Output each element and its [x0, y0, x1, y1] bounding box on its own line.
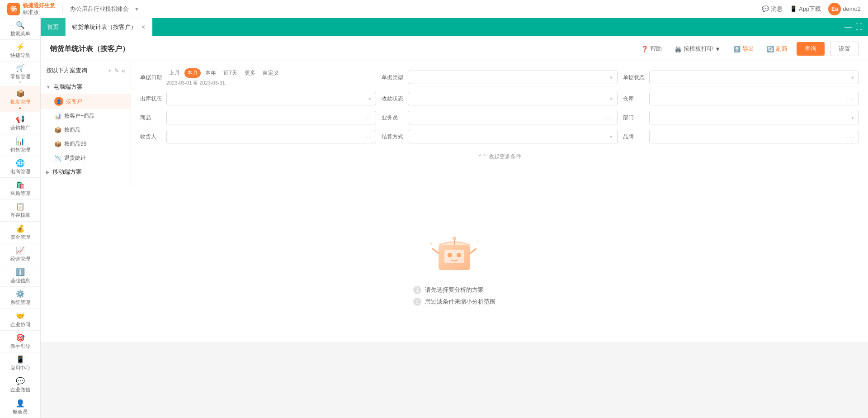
sidebar: 🔍 搜索菜单 ⚡ 快捷导航 🛒 零售管理 ▼ 📦 批发管理 ▲ 📢 营销推广 📊… — [0, 18, 41, 418]
tab-home[interactable]: 首页 — [41, 18, 66, 36]
sidebar-item-member[interactable]: 👤 畅会员 — [0, 396, 40, 418]
newbie-icon: 🎯 — [16, 333, 25, 342]
search-icon: 🔍 — [16, 21, 25, 29]
member-icon: 👤 — [16, 399, 25, 408]
empty-tip-1: 1 请先选择要分析的方案 — [413, 286, 495, 294]
collapse-bar[interactable]: ⌃⌃ 收起更多条件 — [140, 149, 859, 164]
tree-item-return-stats[interactable]: 📉 退货统计 — [41, 151, 131, 165]
department-arrow-icon: ▼ — [850, 115, 855, 120]
page-body: 按以下方案查询 + ✎ « ▼ 电脑端方案 — [41, 61, 868, 186]
date-tab-this-month[interactable]: 本月 — [184, 68, 201, 78]
tip-2-text: 用过滤条件来缩小分析范围 — [425, 298, 495, 306]
message-label: 消息 — [771, 5, 783, 13]
message-button[interactable]: 💬 消息 — [762, 5, 783, 13]
sidebar-item-marketing[interactable]: 📢 营销推广 — [0, 112, 40, 134]
tree-item-by-customer-label: 按客户 — [66, 98, 82, 105]
sidebar-item-purchase[interactable]: 🛍️ 采购管理 — [0, 178, 40, 200]
salesperson-input[interactable]: ··· — [408, 111, 618, 124]
order-status-input[interactable]: ▼ — [649, 71, 859, 84]
sidebar-item-search[interactable]: 🔍 搜索菜单 — [0, 18, 40, 40]
sidebar-label-purchase: 采购管理 — [10, 190, 30, 196]
settlement-input[interactable]: ▼ — [408, 130, 618, 143]
tab-maximize-icon[interactable]: ⛶ — [855, 23, 863, 31]
header-left: 畅 畅捷通好生意 标准版 办公用品行业模拟账套 ▼ — [7, 2, 139, 15]
user-menu[interactable]: Ea demo2 — [828, 3, 861, 15]
out-status-input[interactable]: ▼ — [166, 92, 376, 105]
tab-minimize-icon[interactable]: — — [844, 23, 852, 31]
edit-scheme-icon[interactable]: ✎ — [114, 67, 119, 74]
sidebar-item-operations[interactable]: 📈 经营管理 — [0, 243, 40, 265]
top-header: 畅 畅捷通好生意 标准版 办公用品行业模拟账套 ▼ 💬 消息 📱 App下载 E… — [0, 0, 868, 18]
payment-status-input[interactable]: ▼ — [408, 92, 618, 105]
left-panel: 按以下方案查询 + ✎ « ▼ 电脑端方案 — [41, 61, 131, 186]
date-tab-this-year[interactable]: 本年 — [203, 68, 219, 78]
date-tab-7days[interactable]: 近7天 — [221, 68, 240, 78]
warehouse-input[interactable]: ··· — [649, 92, 859, 105]
refresh-button[interactable]: 🔄 刷新 — [763, 43, 791, 55]
order-status-arrow-icon: ▼ — [850, 75, 855, 80]
tree-item-customer-product[interactable]: 📊 按客户+商品 — [41, 109, 131, 123]
sidebar-item-quick-nav[interactable]: ⚡ 快捷导航 — [0, 40, 40, 62]
customer-product-icon: 📊 — [54, 113, 61, 119]
sidebar-item-basic[interactable]: ℹ️ 基础信息 — [0, 265, 40, 287]
avatar: Ea — [828, 3, 841, 15]
query-button[interactable]: 查询 — [797, 42, 825, 56]
tree-item-return-stats-label: 退货统计 — [64, 154, 86, 162]
filter-out-status-field: 出库状态 ▼ — [140, 92, 376, 105]
sidebar-item-finance[interactable]: 💰 资金管理 — [0, 222, 40, 243]
filter-date-field: 单据日期 上月 本月 本年 近7天 更多 自定义 20 — [140, 68, 376, 86]
sidebar-item-sales[interactable]: 📊 销售管理 — [0, 134, 40, 156]
wechat-icon: 💬 — [16, 377, 25, 385]
sidebar-item-wholesale[interactable]: 📦 批发管理 ▲ — [0, 87, 40, 112]
main-layout: 🔍 搜索菜单 ⚡ 快捷导航 🛒 零售管理 ▼ 📦 批发管理 ▲ 📢 营销推广 📊… — [0, 0, 868, 418]
product-input[interactable]: ··· — [166, 111, 376, 124]
header-right: 💬 消息 📱 App下载 Ea demo2 — [762, 3, 861, 15]
department-input[interactable]: ▼ — [649, 111, 859, 124]
sidebar-item-system[interactable]: ⚙️ 系统管理 — [0, 287, 40, 309]
tree-item-by-customer[interactable]: 👤 按客户 — [41, 94, 131, 109]
date-tab-more[interactable]: 更多 — [242, 68, 258, 78]
svg-point-3 — [457, 253, 461, 257]
industry-dropdown-icon[interactable]: ▼ — [134, 6, 139, 12]
recipient-input[interactable]: ··· — [166, 130, 376, 143]
export-button[interactable]: ⬆️ 导出 — [730, 43, 758, 55]
out-status-label: 出库状态 — [140, 95, 163, 103]
add-scheme-icon[interactable]: + — [108, 67, 112, 74]
logo-area: 畅 畅捷通好生意 标准版 — [7, 2, 55, 15]
brand-input[interactable]: ··· — [649, 130, 859, 143]
sidebar-item-wechat[interactable]: 💬 企业微信 — [0, 374, 40, 396]
collapse-panel-icon[interactable]: « — [122, 67, 125, 74]
filter-recipient-field: 收货人 ··· — [140, 130, 376, 143]
sidebar-item-enterprise[interactable]: 🤝 企业协同 — [0, 309, 40, 331]
print-button[interactable]: 🖨️ 按模板打印 ▼ — [671, 43, 724, 55]
order-type-input[interactable]: ▼ — [408, 71, 618, 84]
svg-text:✦: ✦ — [429, 241, 433, 246]
date-tab-custom[interactable]: 自定义 — [260, 68, 282, 78]
print-icon: 🖨️ — [675, 46, 682, 52]
empty-state: ✦ ✦ ✦ 1 请先选择要分析的方案 2 用过滤条件来缩小分析范围 — [41, 186, 868, 342]
tree-group-desktop-header[interactable]: ▼ 电脑端方案 — [41, 80, 131, 94]
filter-product-field: 商品 ··· — [140, 111, 376, 124]
page-header: 销货单统计表（按客户） ❓ 帮助 🖨️ 按模板打印 ▼ ⬆️ — [41, 36, 868, 61]
help-button[interactable]: ❓ 帮助 — [637, 43, 665, 55]
sidebar-item-newbie[interactable]: 🎯 新手引导 — [0, 331, 40, 352]
tree-item-by-product-99[interactable]: 📦 按商品99 — [41, 137, 131, 151]
sidebar-label-marketing: 营销推广 — [10, 124, 30, 131]
tab-close-icon[interactable]: ✕ — [141, 24, 146, 30]
sidebar-item-inventory[interactable]: 📋 库存核算 — [0, 200, 40, 221]
sidebar-item-retail[interactable]: 🛒 零售管理 ▼ — [0, 62, 40, 87]
date-tab-last-month[interactable]: 上月 — [166, 68, 183, 78]
recipient-dots-icon: ··· — [364, 133, 372, 140]
sidebar-item-ecommerce[interactable]: 🌐 电商管理 — [0, 156, 40, 178]
settings-button[interactable]: 设置 — [830, 42, 859, 56]
sidebar-label-newbie: 新手引导 — [10, 343, 30, 349]
sidebar-label-wechat: 企业微信 — [10, 386, 30, 393]
svg-line-6 — [433, 249, 439, 253]
tree-section: ▼ 电脑端方案 👤 按客户 — [41, 78, 131, 180]
app-download-button[interactable]: 📱 App下载 — [790, 5, 821, 13]
sidebar-label-basic: 基础信息 — [10, 277, 30, 284]
sidebar-item-apps[interactable]: 📱 应用中心 — [0, 352, 40, 374]
tab-sales-stats[interactable]: 销货单统计表（按客户） ✕ — [66, 18, 152, 36]
tree-group-mobile-header[interactable]: ▶ 移动端方案 — [41, 165, 131, 179]
tree-item-by-product[interactable]: 📦 按商品 — [41, 123, 131, 137]
